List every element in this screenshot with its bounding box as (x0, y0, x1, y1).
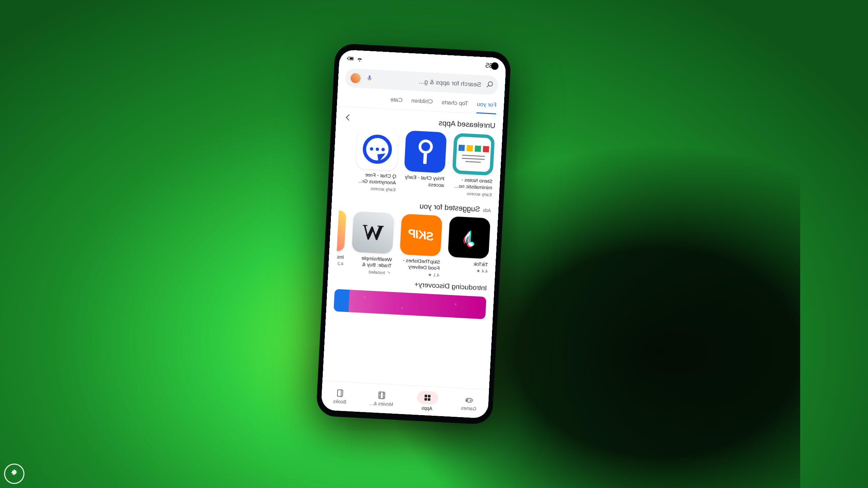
maple-leaf-icon (8, 468, 20, 480)
app-sub: Early access (355, 185, 396, 192)
ads-label: Ads (482, 207, 491, 213)
app-name: Ins (336, 253, 344, 260)
check-icon (387, 270, 392, 275)
app-icon-qchat (356, 128, 399, 171)
app-name: SkipTheDishes - Food Delivery (399, 257, 440, 272)
svg-rect-23 (337, 390, 343, 396)
app-card-privy[interactable]: Privy Chat - Early access (403, 130, 447, 195)
svg-rect-1 (350, 58, 353, 60)
apps-icon (423, 393, 432, 402)
app-icon-wealthsimple: W (352, 211, 394, 254)
svg-line-4 (487, 85, 489, 87)
svg-rect-5 (369, 75, 371, 79)
section-title-suggested: AdsSuggested for you (419, 201, 491, 214)
svg-rect-2 (347, 58, 348, 59)
nav-label: Books (333, 398, 347, 405)
watermark-badge (4, 464, 24, 484)
app-icon-privy (404, 130, 447, 173)
app-card-partial[interactable]: Ins 4.2 (336, 210, 347, 273)
battery-icon (347, 55, 354, 61)
app-name: Wealthsimple Trade: Buy & Se... (351, 254, 392, 269)
phone-screen: 1:35 Search for apps & g... (321, 50, 506, 418)
app-card-wealthsimple[interactable]: W Wealthsimple Trade: Buy & Se... Instal… (351, 211, 394, 275)
nav-label: Games (461, 405, 476, 411)
nav-label: Apps (421, 405, 433, 411)
tab-children[interactable]: Children (411, 94, 433, 111)
svg-line-24 (341, 390, 341, 396)
nav-games[interactable]: Games (461, 395, 477, 411)
app-card-tiktok[interactable]: ♪ TikTok 4.4 ★ (447, 216, 490, 280)
account-avatar[interactable] (350, 72, 362, 84)
section-unreleased: Unreleased Apps Steno Notes - minimalist… (332, 106, 503, 200)
app-icon-tiktok: ♪ (448, 216, 491, 259)
nav-books[interactable]: Books (333, 388, 347, 405)
section-suggested: AdsSuggested for you ♪ TikTok 4.4 ★ SKIP… (328, 191, 499, 283)
app-rating: 4.4 ★ (447, 267, 488, 274)
nav-movies[interactable]: Movies &... (370, 390, 394, 407)
app-card-steno[interactable]: Steno Notes - minimalistic no... Early a… (451, 133, 495, 197)
nav-apps[interactable]: Apps (416, 391, 438, 411)
app-installed-label: Installed (351, 268, 392, 275)
section-title-unreleased: Unreleased Apps (438, 118, 496, 130)
promo-banner[interactable] (334, 289, 487, 319)
app-card-skip[interactable]: SKIP SkipTheDishes - Food Delivery 4.1 ★ (398, 214, 442, 278)
gamepad-icon (465, 395, 474, 404)
arrow-forward-icon[interactable] (343, 113, 353, 123)
svg-rect-12 (428, 395, 431, 397)
search-placeholder: Search for apps & g... (377, 76, 481, 89)
app-sub: Early access (451, 190, 492, 197)
app-rating: 4.1 ★ (399, 271, 440, 278)
svg-rect-13 (425, 394, 427, 397)
app-name: Privy Chat - Early access (403, 174, 445, 189)
app-name: Q Chat - Free Anonymous Gr... (355, 171, 396, 186)
app-name: TikTok (447, 259, 488, 268)
wifi-icon (356, 56, 363, 61)
search-icon (486, 81, 494, 90)
suggested-title-text: Suggested for you (419, 201, 480, 213)
svg-rect-16 (379, 392, 385, 398)
nav-label: Movies &... (370, 400, 393, 407)
mic-icon[interactable] (366, 74, 373, 84)
book-icon (336, 388, 345, 397)
svg-line-17 (383, 392, 383, 398)
app-rating: 4.2 (336, 260, 344, 266)
app-card-qchat[interactable]: Q Chat - Free Anonymous Gr... Early acce… (355, 128, 399, 192)
svg-rect-14 (428, 398, 431, 401)
tab-for-you[interactable]: For you (476, 97, 497, 114)
tab-categories[interactable]: Cate (390, 93, 403, 110)
svg-line-18 (380, 392, 380, 398)
svg-point-11 (467, 400, 467, 401)
app-icon-partial (336, 210, 347, 251)
app-icon-steno (452, 133, 495, 176)
phone-device: 1:35 Search for apps & g... (316, 43, 512, 425)
phone-frame: 1:35 Search for apps & g... (316, 43, 512, 425)
svg-rect-15 (425, 398, 427, 401)
tab-top-charts[interactable]: Top charts (441, 96, 469, 113)
film-icon (377, 391, 387, 400)
app-name: Steno Notes - minimalistic no... (451, 176, 493, 191)
app-icon-skip: SKIP (400, 214, 442, 256)
promo-accent (334, 289, 350, 312)
bottom-nav: Games Apps Movies &... Books (321, 381, 489, 419)
status-icons (347, 55, 363, 61)
